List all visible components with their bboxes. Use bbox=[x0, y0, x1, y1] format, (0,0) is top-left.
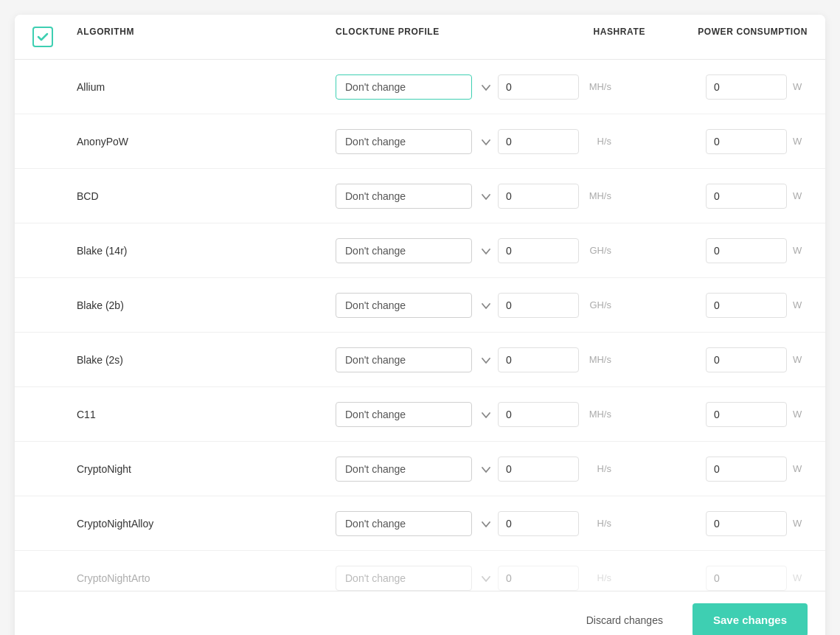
chevron-down-icon bbox=[482, 572, 490, 585]
profile-select[interactable]: Don't change bbox=[336, 293, 472, 318]
power-cell: W bbox=[645, 129, 808, 154]
profile-select[interactable]: Don't change bbox=[336, 402, 472, 427]
chevron-down-icon bbox=[482, 135, 490, 148]
profile-select[interactable]: Don't change bbox=[336, 129, 472, 154]
table-body: Allium Don't change MH/s W bbox=[15, 60, 825, 591]
hashrate-cell: H/s bbox=[498, 457, 645, 482]
profile-select[interactable]: Don't change bbox=[336, 511, 472, 536]
algorithm-name: Allium bbox=[77, 81, 336, 93]
hashrate-input[interactable] bbox=[498, 129, 579, 154]
col-header-algorithm: ALGORITHM bbox=[77, 27, 336, 47]
power-cell: W bbox=[645, 238, 808, 263]
hashrate-cell: MH/s bbox=[498, 184, 645, 209]
chevron-down-icon bbox=[482, 299, 490, 312]
save-button[interactable]: Save changes bbox=[693, 603, 808, 635]
power-input[interactable] bbox=[706, 129, 787, 154]
power-input[interactable] bbox=[706, 511, 787, 536]
table-row: Blake (2b) Don't change GH/s W bbox=[15, 278, 825, 333]
discard-button[interactable]: Discard changes bbox=[575, 607, 675, 634]
power-unit: W bbox=[793, 572, 808, 583]
hashrate-unit: H/s bbox=[585, 572, 611, 583]
table-row: Blake (2s) Don't change MH/s W bbox=[15, 333, 825, 387]
algorithm-name: CryptoNight bbox=[77, 463, 336, 475]
profile-select-wrapper: Don't change bbox=[336, 184, 498, 209]
power-cell: W bbox=[645, 511, 808, 536]
hashrate-cell: GH/s bbox=[498, 293, 645, 318]
select-all-checkbox[interactable] bbox=[32, 27, 53, 47]
algorithm-name: CryptoNightAlloy bbox=[77, 518, 336, 530]
hashrate-input[interactable] bbox=[498, 238, 579, 263]
table-header: ALGORITHM CLOCKTUNE PROFILE HASHRATE POW… bbox=[15, 15, 825, 60]
hashrate-input[interactable] bbox=[498, 511, 579, 536]
hashrate-input[interactable] bbox=[498, 402, 579, 427]
main-panel: ALGORITHM CLOCKTUNE PROFILE HASHRATE POW… bbox=[15, 15, 825, 635]
power-cell: W bbox=[645, 293, 808, 318]
hashrate-cell: GH/s bbox=[498, 238, 645, 263]
hashrate-input[interactable] bbox=[498, 566, 579, 591]
profile-select-wrapper: Don't change bbox=[336, 347, 498, 372]
profile-select-wrapper: Don't change bbox=[336, 238, 498, 263]
power-cell: W bbox=[645, 347, 808, 372]
table-row: CryptoNightArto Don't change H/s W bbox=[15, 551, 825, 591]
profile-select-wrapper: Don't change bbox=[336, 74, 498, 100]
power-cell: W bbox=[645, 74, 808, 100]
hashrate-input[interactable] bbox=[498, 347, 579, 372]
profile-select[interactable]: Don't change bbox=[336, 347, 472, 372]
profile-select-wrapper: Don't change bbox=[336, 402, 498, 427]
chevron-down-icon bbox=[482, 80, 490, 94]
hashrate-unit: H/s bbox=[585, 136, 611, 147]
profile-select[interactable]: Don't change bbox=[336, 566, 472, 591]
profile-select-wrapper: Don't change bbox=[336, 566, 498, 591]
profile-select[interactable]: Don't change bbox=[336, 238, 472, 263]
power-cell: W bbox=[645, 402, 808, 427]
table-row: Blake (14r) Don't change GH/s W bbox=[15, 223, 825, 278]
profile-select-wrapper: Don't change bbox=[336, 457, 498, 482]
algorithm-name: CryptoNightArto bbox=[77, 572, 336, 584]
table-row: CryptoNightAlloy Don't change H/s W bbox=[15, 496, 825, 551]
hashrate-unit: H/s bbox=[585, 463, 611, 474]
power-unit: W bbox=[793, 354, 808, 365]
profile-select[interactable]: Don't change bbox=[336, 457, 472, 482]
chevron-down-icon bbox=[482, 244, 490, 257]
power-input[interactable] bbox=[706, 457, 787, 482]
hashrate-unit: H/s bbox=[585, 518, 611, 529]
power-cell: W bbox=[645, 566, 808, 591]
chevron-down-icon bbox=[482, 408, 490, 421]
hashrate-cell: MH/s bbox=[498, 74, 645, 100]
algorithm-name: BCD bbox=[77, 190, 336, 202]
algorithm-name: AnonyPoW bbox=[77, 136, 336, 148]
power-input[interactable] bbox=[706, 566, 787, 591]
profile-select-wrapper: Don't change bbox=[336, 129, 498, 154]
power-unit: W bbox=[793, 518, 808, 529]
hashrate-input[interactable] bbox=[498, 293, 579, 318]
table-row: AnonyPoW Don't change H/s W bbox=[15, 114, 825, 169]
table-row: BCD Don't change MH/s W bbox=[15, 169, 825, 223]
hashrate-unit: MH/s bbox=[585, 409, 611, 420]
hashrate-input[interactable] bbox=[498, 457, 579, 482]
col-header-clocktune: CLOCKTUNE PROFILE bbox=[336, 27, 498, 47]
power-input[interactable] bbox=[706, 184, 787, 209]
profile-select-wrapper: Don't change bbox=[336, 293, 498, 318]
hashrate-cell: MH/s bbox=[498, 347, 645, 372]
power-input[interactable] bbox=[706, 238, 787, 263]
power-unit: W bbox=[793, 463, 808, 474]
profile-select[interactable]: Don't change bbox=[336, 74, 472, 100]
power-input[interactable] bbox=[706, 347, 787, 372]
power-input[interactable] bbox=[706, 293, 787, 318]
hashrate-input[interactable] bbox=[498, 184, 579, 209]
hashrate-input[interactable] bbox=[498, 74, 579, 100]
hashrate-cell: H/s bbox=[498, 566, 645, 591]
power-input[interactable] bbox=[706, 74, 787, 100]
table-row: C11 Don't change MH/s W bbox=[15, 387, 825, 442]
hashrate-unit: MH/s bbox=[585, 81, 611, 92]
power-unit: W bbox=[793, 409, 808, 420]
algorithm-name: Blake (2s) bbox=[77, 354, 336, 366]
profile-select[interactable]: Don't change bbox=[336, 184, 472, 209]
chevron-down-icon bbox=[482, 462, 490, 476]
col-header-power: POWER CONSUMPTION bbox=[645, 27, 808, 47]
power-unit: W bbox=[793, 81, 808, 92]
hashrate-unit: MH/s bbox=[585, 354, 611, 365]
col-header-hashrate: HASHRATE bbox=[498, 27, 645, 47]
algorithm-name: C11 bbox=[77, 409, 336, 420]
power-input[interactable] bbox=[706, 402, 787, 427]
